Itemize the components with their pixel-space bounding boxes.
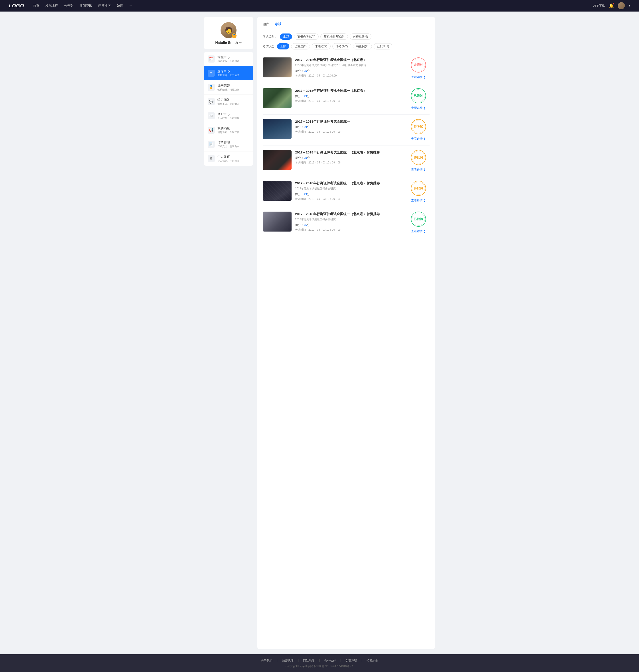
tab-题库[interactable]: 题库 [263, 22, 269, 29]
filter-status-row: 考试状态 全部已通过(2)未通过(2)待考试(2)待批阅(2)已批阅(2) [263, 43, 430, 49]
exam-score: 得分：99分 [295, 125, 404, 129]
exam-title: 2017－2018年行测证件考试全国统一（北京卷）付费批卷 [295, 181, 404, 186]
exam-detail-btn[interactable]: 查看详情 ❯ [411, 168, 426, 172]
sidebar-desc-messages: 消息通知、及时了解 [217, 131, 249, 134]
exam-score: 得分：25分 [295, 223, 404, 227]
exam-detail-btn[interactable]: 查看详情 ❯ [411, 75, 426, 79]
sidebar-label-orders: 订单管理 [217, 140, 249, 144]
sidebar-desc-account: 个人权益、实时掌握 [217, 116, 249, 120]
filter-status-tags: 全部已通过(2)未通过(2)待考试(2)待批阅(2)已批阅(2) [277, 43, 392, 49]
exam-thumbnail [263, 58, 292, 77]
app-download-btn[interactable]: APP下载 [593, 4, 605, 8]
exam-item: 2017－2018年行测证件考试全国统一（北京卷） 2018年行测考试是最值得多… [263, 53, 430, 84]
footer-link[interactable]: 免责声明 [345, 659, 357, 663]
footer: 关于我们|加盟代理|网站地图|合作伙伴|免责声明|招贤纳士 Copyright®… [0, 654, 639, 672]
exam-info: 2017－2018年行测证件考试全国统一（北京卷） 2018年行测考试是最值得多… [295, 58, 404, 78]
nav-link-发现课程[interactable]: 发现课程 [46, 4, 58, 8]
sidebar-item-certificate[interactable]: 🏅 证书荣誉 收获荣誉、持证上岗 [204, 80, 253, 95]
exam-right: 已通过 查看详情 ❯ [407, 88, 430, 110]
exam-item: 2017－2018年行测证件考试全国统一 得分：99分 考试时间：2019－05… [263, 115, 430, 145]
sidebar-item-course-center[interactable]: 📅 课程中心 精彩课程、不容错过 [204, 52, 253, 66]
exam-status-stamp: 已通过 [411, 88, 426, 103]
filter-status-tag[interactable]: 已批阅(2) [374, 43, 392, 49]
exam-status-stamp: 待批阅 [411, 181, 426, 196]
nav-links: 首页发现课程公开课新闻资讯问答社区题库··· [33, 4, 593, 8]
sidebar-label-course-center: 课程中心 [217, 55, 249, 59]
footer-link[interactable]: 网站地图 [303, 659, 315, 663]
exam-right: 待批阅 查看详情 ❯ [407, 150, 430, 172]
exam-right: 未通过 查看详情 ❯ [407, 58, 430, 79]
exam-time: 考试时间：2019－05－03 10：09：09 [295, 130, 404, 134]
exam-status-stamp: 未通过 [411, 58, 426, 73]
main-container: 🧑 🏅 Natalie Smith ✏ 📅 课程中心 精彩课程、不容错过 ≡ 题… [200, 12, 439, 654]
sidebar-item-qa[interactable]: 💬 学习问答 课后重温、疑难解答 [204, 95, 253, 109]
nav-link-···[interactable]: ··· [129, 4, 132, 8]
sidebar-label-qa: 学习问答 [217, 98, 249, 102]
footer-link[interactable]: 合作伙伴 [324, 659, 336, 663]
filter-status-tag[interactable]: 全部 [277, 43, 289, 49]
filter-type-tags: 全部证书类考试(4)随机抽题考试(5)付费批卷(6) [280, 33, 371, 40]
exam-status-stamp: 待批阅 [411, 150, 426, 165]
sidebar-text-messages: 我的消息 消息通知、及时了解 [217, 126, 249, 134]
exam-title: 2017－2018年行测证件考试全国统一（北京卷）付费批卷 [295, 212, 404, 216]
sidebar-icon-settings: ⚙ [208, 155, 215, 162]
sidebar-desc-orders: 订单支出、明明白白 [217, 145, 249, 148]
exam-info: 2017－2018年行测证件考试全国统一（北京卷）付费批卷 2018年行测考试是… [295, 181, 404, 201]
filter-status-tag[interactable]: 已通过(2) [291, 43, 310, 49]
filter-type-tag[interactable]: 随机抽题考试(5) [321, 33, 348, 40]
footer-separator: | [277, 659, 278, 663]
exam-time: 考试时间：2019－05－03 10:09:09 [295, 74, 404, 78]
nav-link-新闻资讯[interactable]: 新闻资讯 [80, 4, 92, 8]
filter-status-tag[interactable]: 未通过(2) [312, 43, 331, 49]
sidebar-item-question-bank[interactable]: ≡ 题库中心 海量习题、助力通关 [204, 66, 253, 80]
profile-name-text: Natalie Smith [215, 41, 238, 45]
sidebar-item-messages[interactable]: 📢 我的消息 消息通知、及时了解 [204, 123, 253, 137]
sidebar-item-account[interactable]: 🏷 账户中心 个人权益、实时掌握 [204, 109, 253, 123]
exam-detail-btn[interactable]: 查看详情 ❯ [411, 198, 426, 203]
logo[interactable]: LOGO [9, 3, 24, 9]
nav-link-首页[interactable]: 首页 [33, 4, 39, 8]
notification-dot [612, 3, 614, 4]
profile-edit-icon[interactable]: ✏ [239, 41, 242, 45]
filter-status-tag[interactable]: 待考试(2) [332, 43, 351, 49]
footer-copyright: Copyright® 云朵商学院 版权所有 京ICP备17051340号－1 [4, 665, 635, 668]
sidebar: 🧑 🏅 Natalie Smith ✏ 📅 课程中心 精彩课程、不容错过 ≡ 题… [204, 17, 253, 649]
filter-type-tag[interactable]: 证书类考试(4) [294, 33, 318, 40]
sidebar-item-orders[interactable]: 📄 订单管理 订单支出、明明白白 [204, 137, 253, 151]
sidebar-text-orders: 订单管理 订单支出、明明白白 [217, 140, 249, 148]
exam-list: 2017－2018年行测证件考试全国统一（北京卷） 2018年行测考试是最值得多… [263, 53, 430, 238]
exam-thumbnail [263, 150, 292, 170]
sidebar-desc-course-center: 精彩课程、不容错过 [217, 60, 249, 63]
tab-考试[interactable]: 考试 [275, 22, 281, 29]
nav-link-题库[interactable]: 题库 [117, 4, 123, 8]
exam-score: 得分：25分 [295, 69, 404, 73]
filter-status-tag[interactable]: 待批阅(2) [353, 43, 372, 49]
content-tabs: 题库考试 [263, 22, 430, 29]
footer-link[interactable]: 加盟代理 [282, 659, 294, 663]
exam-right: 已批阅 查看详情 ❯ [407, 212, 430, 233]
sidebar-icon-orders: 📄 [208, 141, 215, 148]
sidebar-text-question-bank: 题库中心 海量习题、助力通关 [217, 69, 249, 77]
exam-info: 2017－2018年行测证件考试全国统一（北京卷）付费批卷 得分：25分 考试时… [295, 150, 404, 164]
sidebar-desc-qa: 课后重温、疑难解答 [217, 102, 249, 106]
avatar[interactable] [618, 2, 625, 9]
exam-item: 2017－2018年行测证件考试全国统一（北京卷）付费批卷 2018年行测考试是… [263, 176, 430, 207]
footer-separator: | [340, 659, 341, 663]
nav-link-问答社区[interactable]: 问答社区 [98, 4, 111, 8]
nav-link-公开课[interactable]: 公开课 [64, 4, 74, 8]
score-value: 25 [304, 156, 307, 159]
exam-thumbnail [263, 181, 292, 201]
sidebar-text-settings: 个人设置 个人信息、一键管理 [217, 155, 249, 162]
notification-bell[interactable]: 🔔 [609, 3, 614, 8]
exam-detail-btn[interactable]: 查看详情 ❯ [411, 137, 426, 141]
sidebar-item-settings[interactable]: ⚙ 个人设置 个人信息、一键管理 [204, 151, 253, 165]
chevron-down-icon[interactable]: ▾ [629, 4, 630, 7]
footer-link[interactable]: 招贤纳士 [367, 659, 378, 663]
footer-link[interactable]: 关于我们 [261, 659, 272, 663]
exam-detail-btn[interactable]: 查看详情 ❯ [411, 229, 426, 233]
filter-type-tag[interactable]: 付费批卷(6) [350, 33, 371, 40]
exam-detail-btn[interactable]: 查看详情 ❯ [411, 106, 426, 110]
filter-type-tag[interactable]: 全部 [280, 33, 292, 40]
exam-right: 待批阅 查看详情 ❯ [407, 181, 430, 203]
profile-badge: 🏅 [232, 33, 236, 38]
